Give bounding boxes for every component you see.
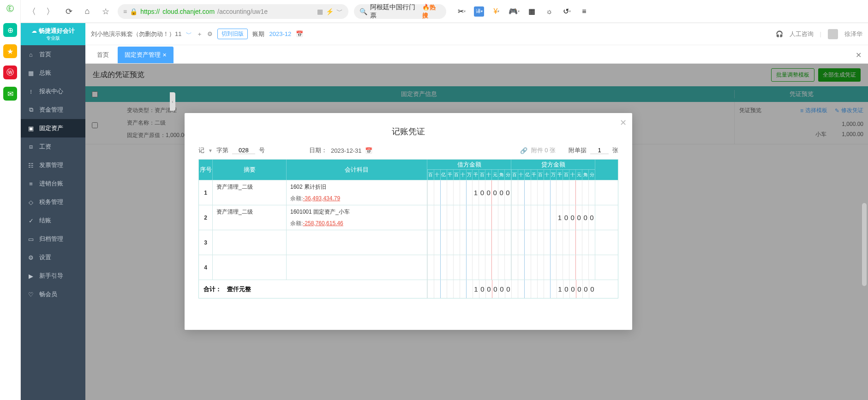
address-bar[interactable]: ≡ 🔒 https://cloud.chanjet.com/accounting… (118, 4, 348, 19)
url-path: /accounting/uw1e (217, 8, 268, 15)
menu-icon: ≡ (123, 8, 127, 15)
history-icon[interactable]: ↺▾ (562, 6, 572, 17)
more-icon[interactable]: ≡ (579, 6, 589, 17)
forward-button[interactable]: 〉 (44, 5, 57, 18)
translate-icon[interactable]: 译▾ (474, 6, 484, 17)
game-icon[interactable]: 🎮▾ (509, 6, 519, 17)
chevron-down-icon[interactable]: ﹀ (336, 7, 343, 16)
os-logo-icon: Ⓔ (3, 2, 17, 16)
sun-icon[interactable]: ☼ (544, 6, 554, 17)
search-box[interactable]: 🔍 阿根廷中国行门票 🔥热搜 (354, 4, 446, 19)
scissors-icon[interactable]: ✂▾ (456, 6, 467, 17)
url-host: cloud.chanjet.com (162, 8, 215, 15)
favorite-button[interactable]: ☆ (99, 5, 112, 18)
bolt-icon[interactable]: ⚡ (326, 8, 334, 15)
browser-tools: ✂▾ 译▾ ¥▾ 🎮▾ ▦ ☼ ↺▾ ≡ (456, 6, 589, 17)
grid-icon[interactable]: ▦ (527, 6, 537, 17)
wallet-icon[interactable]: ¥▾ (491, 6, 502, 17)
hot-badge: 🔥热搜 (422, 3, 441, 20)
url-scheme: https:// (140, 8, 160, 15)
home-button[interactable]: ⌂ (81, 5, 94, 18)
reload-button[interactable]: ⟳ (62, 5, 75, 18)
os-sidebar: Ⓔ ⊕ ★ ⓦ ✉ (0, 0, 21, 23)
search-placeholder: 阿根廷中国行门票 (370, 3, 419, 20)
qr-icon[interactable]: ▦ (317, 8, 323, 15)
search-icon: 🔍 (359, 8, 367, 15)
back-button[interactable]: 〈 (25, 5, 38, 18)
browser-toolbar: 〈 〉 ⟳ ⌂ ☆ ≡ 🔒 https://cloud.chanjet.com/… (21, 0, 868, 23)
lock-icon: 🔒 (130, 8, 138, 15)
